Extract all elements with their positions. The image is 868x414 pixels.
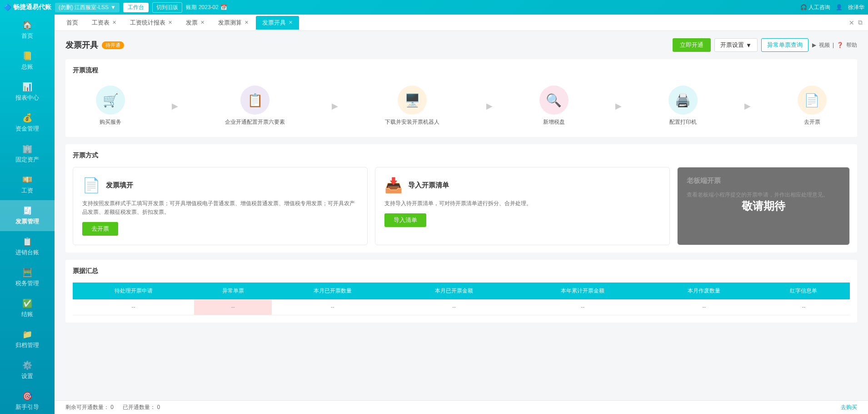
- sidebar-item-report[interactable]: 📊 报表中心: [0, 76, 55, 107]
- sidebar-label-newbie: 新手引导: [15, 403, 39, 411]
- step-setup-icon: 📋: [240, 86, 269, 115]
- step-arrow-4: ▶: [615, 101, 622, 111]
- step-download[interactable]: 🖥️ 下载并安装开票机器人: [385, 86, 439, 126]
- col-year-amount: 本年累计开票金额: [515, 283, 651, 299]
- step-setup[interactable]: 📋 企业开通配置开票六要素: [225, 86, 285, 126]
- tab-invoice-open[interactable]: 发票开具 ✕: [256, 16, 299, 30]
- sidebar-label-settings: 设置: [21, 372, 33, 380]
- step-open-invoice[interactable]: 📄 去开票: [798, 86, 827, 126]
- sidebar-item-tax[interactable]: 🧮 税务管理: [0, 262, 55, 293]
- open-now-button[interactable]: 立即开通: [673, 38, 711, 52]
- remaining-label: 剩余可开通数量： 0: [65, 404, 114, 411]
- sidebar-item-capital[interactable]: 💰 资金管理: [0, 107, 55, 138]
- page-content: 发票开具 待开通 立即开通 开票设置 ▼ 异常单票查询 ▶ 视频 | ❓: [55, 31, 868, 400]
- step-setup-label: 企业开通配置开票六要素: [225, 118, 285, 126]
- sidebar-label-archive: 归档管理: [15, 341, 39, 349]
- sidebar-item-newbie[interactable]: 🎯 新手引导: [0, 386, 55, 414]
- tab-close-salary-report[interactable]: ✕: [168, 20, 172, 25]
- company-selector[interactable]: (勿删) 江西服室-LSS ▼: [55, 3, 120, 12]
- top-bar-right: 🎧 人工咨询 👤 徐泽华: [800, 4, 864, 11]
- step-arrow-5: ▶: [744, 101, 751, 111]
- sidebar-item-ledger[interactable]: 📒 总账: [0, 45, 55, 76]
- tab-home[interactable]: 首页: [60, 16, 85, 30]
- sidebar-item-settle[interactable]: ✅ 结账: [0, 293, 55, 324]
- dropdown-icon: ▼: [110, 4, 116, 10]
- ledger-icon: 📒: [22, 51, 32, 61]
- billing-card-manual: 📄 发票填开 支持按照发票样式手工填写开发票；可开具增值税电子普通发票、增值税普…: [73, 167, 368, 245]
- step-buy[interactable]: 🛒 购买服务: [96, 86, 125, 126]
- col-month-amount: 本月已开票金额: [393, 283, 514, 299]
- workspace-button[interactable]: 工作台: [123, 3, 149, 12]
- cell-year-amount: --: [515, 299, 651, 315]
- col-red-info: 红字信息单: [758, 283, 850, 299]
- tab-salary-report[interactable]: 工资统计报表 ✕: [124, 16, 179, 30]
- billing-section: 开票方式 📄 发票填开 支持按照发票样式手工填写开发票；可开具增值税电子普通发票…: [65, 144, 857, 252]
- sidebar-item-home[interactable]: 🏠 首页: [0, 15, 55, 45]
- steps-section: 开票流程 🛒 购买服务 ▶ 📋 企业开通配置开票六要素: [65, 59, 857, 137]
- cell-red-info: --: [758, 299, 850, 315]
- tab-salary-table[interactable]: 工资表 ✕: [85, 16, 123, 30]
- page-title-area: 发票开具 待开通: [65, 40, 124, 50]
- tab-restore-icon[interactable]: ⧉: [858, 19, 863, 26]
- page-header: 发票开具 待开通 立即开通 开票设置 ▼ 异常单票查询 ▶ 视频 | ❓: [65, 38, 857, 52]
- purchase-icon: 📋: [22, 237, 32, 247]
- billing-card-import-header: 📥 导入开票清单: [384, 177, 660, 194]
- tab-close-all-icon[interactable]: ✕: [849, 19, 854, 26]
- tab-close-salary-table[interactable]: ✕: [112, 20, 116, 25]
- service-button[interactable]: 🎧 人工咨询: [800, 4, 830, 11]
- billing-title: 开票方式: [73, 151, 850, 160]
- archive-icon: 📁: [22, 329, 32, 339]
- step-arrow-2: ▶: [332, 101, 338, 111]
- step-printer-label: 配置打印机: [669, 118, 697, 126]
- cell-month-count: --: [272, 299, 393, 315]
- step-download-label: 下载并安装开票机器人: [385, 118, 439, 126]
- sidebar-item-invoice[interactable]: 🧾 发票管理: [0, 200, 55, 231]
- manual-open-button[interactable]: 去开票: [82, 222, 118, 236]
- calendar-icon[interactable]: 📅: [220, 4, 227, 10]
- top-bar-left: 🔷 畅捷通易代账 (勿删) 江西服室-LSS ▼ 工作台 切到旧版 账期 202…: [4, 2, 227, 13]
- sidebar-item-archive[interactable]: 📁 归档管理: [0, 324, 55, 355]
- step-buy-label: 购买服务: [100, 118, 121, 126]
- col-pending: 待处理开票申请: [73, 283, 194, 299]
- settings-button[interactable]: 开票设置 ▼: [714, 38, 758, 52]
- step-taxdisk[interactable]: 🔍 新增税盘: [539, 86, 569, 126]
- sidebar-item-purchase[interactable]: 📋 进销台账: [0, 231, 55, 262]
- steps-title: 开票流程: [73, 66, 850, 75]
- query-button[interactable]: 异常单票查询: [761, 38, 808, 52]
- sidebar-label-capital: 资金管理: [15, 125, 39, 133]
- user-avatar: 👤: [836, 4, 843, 10]
- tab-invoice-calc[interactable]: 发票测算 ✕: [212, 16, 255, 30]
- capital-icon: 💰: [22, 113, 32, 123]
- tab-close-invoice-open[interactable]: ✕: [289, 20, 293, 25]
- step-printer-icon: 🖨️: [668, 86, 698, 115]
- sidebar-item-settings[interactable]: ⚙️ 设置: [0, 355, 55, 386]
- top-bar: 🔷 畅捷通易代账 (勿删) 江西服室-LSS ▼ 工作台 切到旧版 账期 202…: [0, 0, 868, 15]
- step-arrow-3: ▶: [486, 101, 493, 111]
- sidebar-item-salary[interactable]: 💴 工资: [0, 169, 55, 200]
- sidebar-label-invoice: 发票管理: [15, 217, 39, 226]
- cell-pending: --: [73, 299, 194, 315]
- table-row: -- -- -- -- -- -- --: [73, 299, 850, 315]
- tab-close-invoice-list[interactable]: ✕: [200, 20, 205, 25]
- billing-manual-desc: 支持按照发票样式手工填写开发票；可开具增值税电子普通发票、增值税普通发票、增值税…: [82, 199, 358, 217]
- asset-icon: 🏢: [22, 144, 32, 154]
- logo-icon: 🔷: [4, 4, 11, 11]
- sidebar-item-asset[interactable]: 🏢 固定资产: [0, 138, 55, 169]
- tab-close-invoice-calc[interactable]: ✕: [244, 20, 249, 25]
- import-open-button[interactable]: 导入清单: [384, 213, 426, 227]
- step-arrow-1: ▶: [172, 101, 178, 111]
- buy-link[interactable]: 去购买: [841, 404, 857, 411]
- billing-import-icon: 📥: [384, 177, 403, 194]
- chevron-down-icon: ▼: [746, 42, 752, 49]
- period-badge: 账期 2023-02 📅: [186, 4, 227, 11]
- sidebar-label-purchase: 进销台账: [15, 248, 39, 257]
- user-name[interactable]: 徐泽华: [848, 4, 864, 11]
- view-help: ▶ 视频 | ❓ 帮助: [812, 41, 857, 49]
- sidebar-label-ledger: 总账: [21, 63, 33, 71]
- tab-invoice-list[interactable]: 发票 ✕: [180, 16, 211, 30]
- oldver-button[interactable]: 切到旧版: [152, 2, 182, 13]
- sidebar-label-tax: 税务管理: [15, 279, 39, 288]
- status-bar: 剩余可开通数量： 0 已开通数量： 0 去购买: [55, 400, 868, 414]
- status-bar-left: 剩余可开通数量： 0 已开通数量： 0: [65, 404, 160, 411]
- step-printer[interactable]: 🖨️ 配置打印机: [668, 86, 698, 126]
